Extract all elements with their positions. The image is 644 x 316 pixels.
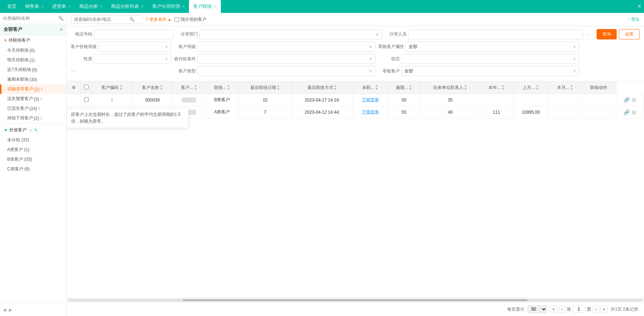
nav-item-purchase[interactable]: 进货单 × bbox=[48, 0, 75, 13]
next-page-button[interactable]: › bbox=[593, 306, 599, 313]
price-level-select[interactable]: ∨ bbox=[98, 42, 171, 52]
filter-more: ··· bbox=[71, 68, 171, 74]
action-link-1[interactable]: 🔗 bbox=[624, 109, 630, 115]
sidebar-prev-icon[interactable]: ◀ bbox=[3, 307, 6, 312]
nav-item-sales[interactable]: 销售单 × bbox=[21, 0, 48, 13]
sort-last-method[interactable]: 最后联络方式 ▲▼ bbox=[295, 84, 350, 91]
sort-this-month[interactable]: 本月... ▲▼ bbox=[552, 84, 579, 91]
customer-type-select[interactable]: ∨ bbox=[197, 66, 375, 76]
filter-customer-level: 客户等级 ∨ bbox=[174, 42, 375, 52]
more-filter-button[interactable]: ▽ 更多条件 ▲ bbox=[145, 16, 172, 23]
sidebar-search-input[interactable] bbox=[3, 16, 57, 21]
repeat-buy-info-icon[interactable]: ℹ bbox=[41, 87, 42, 91]
sidebar-item-today-pending[interactable]: 今天待联络 (0) bbox=[0, 46, 66, 55]
retail-attr-select[interactable]: 全部 ∨ bbox=[406, 42, 579, 52]
sidebar-item-repeat-buy[interactable]: 回购异常客户 (2) ℹ bbox=[1, 84, 66, 94]
sort-contact-count[interactable]: 联络... ▲▼ bbox=[209, 84, 236, 91]
sort-customer-type[interactable]: 客户... ▲▼ bbox=[176, 84, 203, 91]
first-page-button[interactable]: « bbox=[550, 306, 557, 313]
sidebar-item-tomorrow-pending[interactable]: 明天待联络 (1) bbox=[0, 55, 66, 65]
sidebar-collapse-button[interactable]: » bbox=[60, 27, 62, 32]
decline-info-icon[interactable]: ℹ bbox=[41, 116, 42, 120]
close-sales-icon[interactable]: × bbox=[41, 4, 43, 9]
cell-checkbox-0[interactable] bbox=[81, 94, 92, 106]
cell-unlinkd-0: 50 bbox=[388, 94, 421, 106]
value-group-header[interactable]: ▼ 价值客户 ○ ✎ bbox=[0, 125, 66, 135]
export-button[interactable]: ↑ 导出 bbox=[627, 16, 640, 23]
value-group-config-icon[interactable]: ✎ bbox=[34, 128, 38, 133]
sidebar-item-lost-pre[interactable]: 流失预警客户 (3) ℹ bbox=[0, 94, 66, 104]
search-icon[interactable]: 🔍 bbox=[129, 17, 135, 22]
sidebar-item-lost[interactable]: 已流失客户 (24) ℹ bbox=[0, 104, 66, 113]
sidebar-item-7days-pending[interactable]: 近7天待联络 (0) bbox=[0, 65, 66, 75]
sort-last-month[interactable]: 上月... ▲▼ bbox=[516, 84, 546, 91]
cell-code-0: 000039 bbox=[132, 94, 172, 106]
filter-retail-attr: 零散客户属性 全部 ∨ bbox=[378, 42, 579, 52]
filter-row4-more-icon[interactable]: ··· bbox=[71, 68, 78, 74]
select-all-checkbox[interactable] bbox=[84, 85, 89, 89]
close-analysis-list-icon[interactable]: × bbox=[141, 4, 143, 9]
retail-customer-select[interactable]: 全部 ∨ bbox=[401, 66, 579, 76]
scrollbar-thumb[interactable] bbox=[183, 299, 528, 301]
col-settings[interactable]: ⚙ bbox=[66, 81, 81, 94]
lost-pre-info-icon[interactable]: ℹ bbox=[41, 97, 42, 101]
close-all-tabs-button[interactable]: × bbox=[638, 3, 641, 10]
payment-select[interactable]: ∨ bbox=[197, 54, 375, 64]
lost-info-icon[interactable]: ℹ bbox=[38, 107, 40, 110]
cell-num-0: 1 bbox=[92, 94, 132, 106]
last-page-button[interactable]: » bbox=[601, 306, 608, 313]
sidebar-item-decline[interactable]: 持续下滑客户 (2) ℹ bbox=[0, 113, 66, 123]
nav-item-customer-contact[interactable]: 客户联络 × bbox=[189, 0, 221, 13]
page-size-label: 每页显示 bbox=[507, 306, 524, 312]
sort-last-date[interactable]: 最后联络日期 ▲▼ bbox=[242, 84, 289, 91]
customer-level-select[interactable]: ∨ bbox=[197, 42, 375, 52]
sidebar-next-icon[interactable]: ▶ bbox=[9, 307, 12, 312]
close-analysis-icon[interactable]: × bbox=[100, 4, 102, 9]
person-input[interactable] bbox=[408, 29, 583, 39]
sort-unlinkd[interactable]: 未联... ▲▼ bbox=[356, 84, 384, 91]
sort-contact-person[interactable]: 往来单位联系人 ▲▼ bbox=[423, 84, 477, 91]
phone-input[interactable] bbox=[94, 29, 173, 39]
sort-customer-code[interactable]: 客户编码 ▲▼ bbox=[95, 84, 129, 91]
cell-last-method-1[interactable]: 下销货单 bbox=[353, 106, 388, 118]
horizontal-scrollbar[interactable] bbox=[66, 298, 644, 302]
action-link-0[interactable]: 🔗 bbox=[624, 97, 630, 103]
filter-status: 状态 ∨ bbox=[378, 54, 579, 64]
sidebar-item-class-c[interactable]: C类客户 (6) bbox=[0, 164, 66, 174]
sidebar-item-overdue-pending[interactable]: 逾期未联络 (30) bbox=[0, 75, 66, 84]
person-more-icon[interactable]: ··· bbox=[584, 32, 591, 37]
action-grid-1[interactable]: ⊞ bbox=[632, 109, 636, 115]
query-button[interactable]: 查询 bbox=[597, 29, 617, 39]
my-customers-checkbox[interactable]: 我分管的客户 bbox=[175, 16, 207, 23]
page-size-select[interactable]: 50 20 100 bbox=[527, 305, 547, 313]
pending-group-header[interactable]: ▼ 待联络客户 bbox=[0, 35, 66, 46]
value-group-edit-icon[interactable]: ○ bbox=[29, 128, 32, 133]
close-customer-tier-icon[interactable]: × bbox=[182, 4, 185, 9]
gender-select[interactable]: ∨ bbox=[94, 54, 171, 64]
search-input[interactable] bbox=[74, 17, 128, 22]
dept-select[interactable]: ∨ bbox=[199, 29, 382, 39]
sidebar-item-repeat-buy-wrapper[interactable]: 回购异常客户 (2) ℹ bbox=[0, 84, 66, 94]
sort-overdue[interactable]: 逾期... ▲▼ bbox=[390, 84, 417, 91]
scrollbar-track[interactable] bbox=[68, 299, 643, 301]
sidebar-item-class-b[interactable]: B类客户 (33) bbox=[0, 155, 66, 164]
sidebar-item-class-a[interactable]: A类客户 (1) bbox=[0, 145, 66, 155]
prev-page-button[interactable]: ‹ bbox=[559, 306, 565, 313]
sort-this-year[interactable]: 本年... ▲▼ bbox=[483, 84, 510, 91]
status-select[interactable]: ∨ bbox=[401, 54, 579, 64]
my-customers-check[interactable] bbox=[175, 17, 179, 22]
nav-item-analysis[interactable]: 商品分析 × bbox=[75, 0, 107, 13]
sidebar-item-ungroupe[interactable]: 未分组 (32) bbox=[0, 135, 66, 145]
nav-item-home[interactable]: 首页 bbox=[3, 0, 21, 13]
action-grid-0[interactable]: ⊞ bbox=[632, 97, 636, 103]
close-purchase-icon[interactable]: × bbox=[68, 4, 70, 9]
sort-customer-name[interactable]: 客户名称 ▲▼ bbox=[135, 84, 170, 91]
setting-button[interactable]: 设置 bbox=[619, 29, 640, 39]
nav-item-customer-tier[interactable]: 客户分层经营 × bbox=[148, 0, 189, 13]
page-number-input[interactable] bbox=[573, 306, 585, 313]
row-checkbox-0[interactable] bbox=[84, 97, 89, 102]
nav-item-analysis-list[interactable]: 商品分析列表 × bbox=[107, 0, 148, 13]
cell-last-method-0[interactable]: 下销货单 bbox=[353, 94, 388, 106]
sidebar-search-icon[interactable]: 🔍 bbox=[58, 16, 64, 21]
close-customer-contact-icon[interactable]: × bbox=[214, 4, 216, 9]
